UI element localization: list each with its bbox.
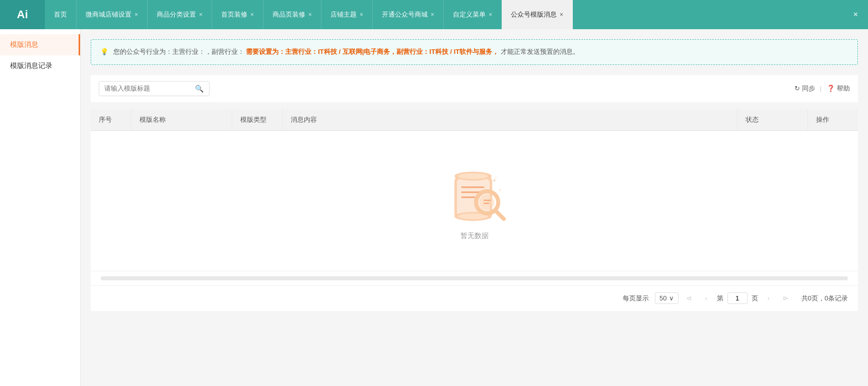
search-actions: ↻ 同步 | ❓ 帮助 — [794, 84, 850, 93]
pagination: 每页显示 50 ∨ ⊲ ‹ 第 页 › ⊳ 共0页，0条记录 — [91, 285, 858, 311]
horizontal-scrollbar[interactable] — [101, 276, 848, 280]
nav-tab-3[interactable]: 首页装修× — [212, 0, 263, 29]
help-icon: ❓ — [827, 85, 835, 92]
page-label-before: 第 — [717, 294, 723, 303]
nav-tab-7[interactable]: 自定义菜单× — [444, 0, 502, 29]
page-label-after: 页 — [752, 294, 758, 303]
search-field-wrapper: 🔍 — [99, 81, 210, 96]
nav-tab-0[interactable]: 首页 — [45, 0, 77, 29]
empty-state: ✦ ✦ ✦ 暂无数据 — [91, 131, 858, 271]
notice-prefix: 您的公众号行业为：主营行业：，副营行业： — [113, 48, 244, 55]
nav-tab-close-3[interactable]: × — [250, 11, 254, 18]
divider: | — [820, 85, 822, 92]
svg-line-12 — [495, 210, 504, 219]
page-last-button[interactable]: ⊳ — [779, 292, 792, 305]
page-first-button[interactable]: ⊲ — [683, 292, 696, 305]
app-logo: Ai — [0, 0, 45, 29]
page-size-chevron: ∨ — [669, 294, 674, 302]
help-button[interactable]: ❓ 帮助 — [827, 84, 850, 93]
page-size-label: 每页显示 — [623, 294, 649, 303]
page-size-value: 50 — [659, 294, 666, 302]
empty-svg: ✦ ✦ ✦ — [444, 161, 510, 226]
empty-illustration: ✦ ✦ ✦ — [444, 161, 505, 221]
empty-state-cell: ✦ ✦ ✦ 暂无数据 — [91, 130, 858, 271]
svg-text:✦: ✦ — [495, 176, 497, 179]
nav-tab-5[interactable]: 店铺主题× — [321, 0, 373, 29]
nav-tab-close-5[interactable]: × — [360, 11, 363, 18]
sync-button[interactable]: ↻ 同步 — [794, 84, 815, 93]
sidebar: 模版消息模版消息记录 — [0, 29, 81, 386]
close-all-button[interactable]: × — [843, 0, 868, 29]
sidebar-item-0[interactable]: 模版消息 — [0, 34, 80, 55]
page-next-button[interactable]: › — [762, 292, 775, 305]
empty-text: 暂无数据 — [101, 231, 848, 241]
page-prev-button[interactable]: ‹ — [700, 292, 713, 305]
total-info: 共0页，0条记录 — [802, 294, 848, 303]
sync-label: 同步 — [802, 84, 815, 93]
col-header-type: 模版类型 — [232, 109, 282, 131]
nav-tab-4[interactable]: 商品页装修× — [263, 0, 321, 29]
svg-point-4 — [458, 173, 488, 179]
sidebar-item-1[interactable]: 模版消息记录 — [0, 55, 80, 76]
search-icon[interactable]: 🔍 — [190, 82, 209, 96]
nav-tab-close-6[interactable]: × — [431, 11, 434, 18]
col-header-status: 状态 — [737, 109, 808, 131]
search-input[interactable] — [99, 82, 190, 95]
data-table: 序号 模版名称 模版类型 消息内容 状态 操作 — [91, 109, 858, 271]
notice-suffix: 才能正常发送预置的消息。 — [501, 48, 579, 55]
notice-highlight: 需要设置为：主营行业：IT科技 / 互联网|电子商务，副营行业：IT科技 / I… — [246, 48, 499, 55]
nav-tab-close-2[interactable]: × — [199, 11, 203, 18]
nav-tab-1[interactable]: 微商城店铺设置× — [77, 0, 148, 29]
nav-tab-close-8[interactable]: × — [560, 11, 563, 18]
nav-tab-close-7[interactable]: × — [489, 11, 492, 18]
nav-tab-6[interactable]: 开通公众号商城× — [373, 0, 444, 29]
empty-state-row: ✦ ✦ ✦ 暂无数据 — [91, 130, 858, 271]
nav-tabs: 首页微商城店铺设置×商品分类设置×首页装修×商品页装修×店铺主题×开通公众号商城… — [45, 0, 843, 29]
content-area: 💡 您的公众号行业为：主营行业：，副营行业： 需要设置为：主营行业：IT科技 /… — [81, 29, 868, 386]
help-label: 帮助 — [837, 84, 850, 93]
table-wrapper: 序号 模版名称 模版类型 消息内容 状态 操作 — [91, 109, 858, 271]
page-size-select[interactable]: 50 ∨ — [655, 292, 678, 304]
scrollbar-row — [91, 271, 858, 285]
page-number-input[interactable] — [727, 292, 748, 304]
svg-point-11 — [480, 195, 495, 210]
col-header-action: 操作 — [808, 109, 858, 131]
main-layout: 模版消息模版消息记录 💡 您的公众号行业为：主营行业：，副营行业： 需要设置为：… — [0, 29, 868, 386]
search-bar: 🔍 ↻ 同步 | ❓ 帮助 — [91, 75, 858, 102]
col-header-name: 模版名称 — [131, 109, 232, 131]
top-nav: Ai 首页微商城店铺设置×商品分类设置×首页装修×商品页装修×店铺主题×开通公众… — [0, 0, 868, 29]
col-header-seq: 序号 — [91, 109, 131, 131]
nav-tab-close-4[interactable]: × — [308, 11, 312, 18]
nav-tab-2[interactable]: 商品分类设置× — [148, 0, 212, 29]
sync-icon: ↻ — [794, 85, 800, 92]
col-header-content: 消息内容 — [282, 109, 737, 131]
nav-tab-8[interactable]: 公众号模版消息× — [502, 0, 573, 29]
bulb-icon: 💡 — [100, 48, 108, 55]
nav-tab-close-1[interactable]: × — [135, 11, 138, 18]
notice-box: 💡 您的公众号行业为：主营行业：，副营行业： 需要设置为：主营行业：IT科技 /… — [91, 39, 858, 65]
svg-text:✦: ✦ — [499, 188, 502, 192]
table-header-row: 序号 模版名称 模版类型 消息内容 状态 操作 — [91, 109, 858, 131]
